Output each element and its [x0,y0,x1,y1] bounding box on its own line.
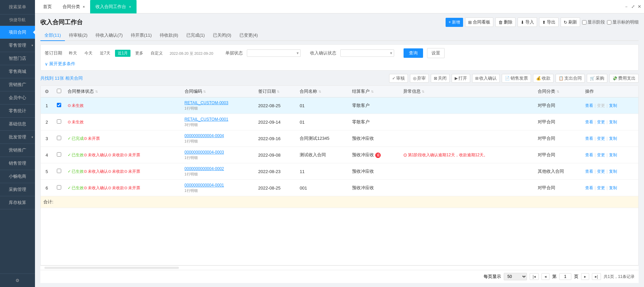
gear-icon[interactable]: ⚙ [45,89,49,94]
op-查看-1[interactable]: 查看 [585,119,593,125]
op-变更-2[interactable]: 变更 [597,136,605,141]
expand-more-btn[interactable]: ∨ 展开更多条件 [45,61,75,67]
show-labels-label[interactable]: 显示标的明细 [607,19,639,25]
sidebar-item-member[interactable]: 会员中心 [0,91,35,105]
sort-status-icon[interactable]: ⇅ [95,90,98,93]
op-复制-0[interactable]: 复制 [609,103,617,109]
date-last7[interactable]: 近7天 [97,50,113,57]
op-复制-2[interactable]: 复制 [609,136,617,141]
row-checkbox-2[interactable] [57,136,61,140]
op-查看-2[interactable]: 查看 [585,136,593,141]
sub-tab-changed[interactable]: 已变更(4) [235,30,262,40]
horizontal-scrollbar[interactable] [44,267,179,269]
maximize-icon[interactable]: ⤢ [631,4,635,9]
close-icon[interactable]: ✕ [638,4,641,9]
query-button[interactable]: 查询 [404,48,423,58]
date-last1month[interactable]: 近1月 [115,50,131,57]
row-checkbox-0[interactable] [57,103,61,107]
show-segments-checkbox[interactable] [582,20,586,25]
expense-contract-btn[interactable]: 📋 支出合同 [556,74,585,83]
op-复制-1[interactable]: 复制 [609,119,617,125]
review-btn[interactable]: ✓ 审核 [389,74,408,83]
tab-contract-cat-close[interactable]: × [83,0,85,13]
per-page-select[interactable]: 50 100 200 [504,273,527,280]
contract-code-link-4[interactable]: 0000000000004-0002 [185,166,224,171]
show-labels-checkbox[interactable] [607,20,611,25]
sort-error-icon[interactable]: ⇅ [422,90,424,93]
col-category[interactable]: 合同分类 ⇅ [535,86,582,97]
sort-code-icon[interactable]: ⇅ [203,90,206,93]
contract-code-link-3[interactable]: 0000000000004-0003 [185,150,224,155]
col-gear[interactable]: ⚙ [41,86,53,97]
refresh-button[interactable]: ↻ 刷新 [561,17,580,27]
sidebar-item-wholesale-mgmt[interactable]: 批发管理 [0,131,35,144]
abandon-btn[interactable]: ◎ 弃审 [410,74,429,83]
page-input[interactable] [559,273,571,280]
col-sign-date[interactable]: 签订日期 ⇅ [256,86,297,97]
col-status[interactable]: 合同整体状态 ⇅ [65,86,182,97]
sort-category-icon[interactable]: ⇅ [557,90,559,93]
op-变更-1[interactable]: 变更 [597,119,605,125]
sidebar-item-retail-stat[interactable]: 零售统计 [0,105,35,118]
sidebar-item-stock[interactable]: 库存核算 [0,196,35,209]
first-page-btn[interactable]: |◂ [530,273,539,280]
col-customer[interactable]: 结算客户 ⇅ [349,86,400,97]
op-复制-5[interactable]: 复制 [609,185,617,191]
tab-contract-cat[interactable]: 合同分类 × [57,0,90,13]
sidebar-item-smart-store[interactable]: 智慧门店 [0,52,35,65]
per-page-select-wrapper[interactable]: 50 100 200 [504,273,527,280]
sub-tab-pending-income[interactable]: 待收入确认(7) [91,30,127,40]
sidebar-search[interactable]: 搜索菜单 [0,0,35,14]
row-checkbox-5[interactable] [57,185,61,190]
col-code[interactable]: 合同编码 ⇅ [182,86,256,97]
print-btn[interactable]: ▶ 打开 [452,74,470,83]
import-button[interactable]: ⬇ 导入 [518,17,537,27]
add-button[interactable]: + 新增 [446,18,463,27]
kanban-button[interactable]: ⊞ 合同看板 [465,17,493,27]
sub-tab-all[interactable]: 全部(11) [40,30,65,41]
sort-date-icon[interactable]: ⇅ [277,90,279,93]
op-变更-4[interactable]: 变更 [597,169,605,174]
last-page-btn[interactable]: ▸| [592,273,601,280]
sort-name-icon[interactable]: ⇅ [318,90,321,93]
sidebar-item-retail-mall[interactable]: 零售商城 [0,65,35,78]
sub-tab-done[interactable]: 已完成(1) [182,30,209,40]
select-all-checkbox[interactable] [57,89,61,93]
close-btn[interactable]: ⊠ 关闭 [431,74,450,83]
tab-home[interactable]: 首页 [38,0,57,13]
contract-code-link-5[interactable]: 0000000000004-0001 [185,183,224,188]
sidebar-item-project[interactable]: 项目合同 [0,26,35,39]
sidebar-item-xiaochu[interactable]: 小畅电商 [0,170,35,183]
date-yesterday[interactable]: 昨天 [66,50,80,57]
contract-code-link-2[interactable]: 0000000000004-0004 [185,133,224,138]
date-custom[interactable]: 自定义 [148,50,165,57]
op-查看-4[interactable]: 查看 [585,169,593,174]
tab-income-workbench[interactable]: 收入合同工作台 × [90,0,136,13]
contract-code-link-1[interactable]: RETAIL_CUSTOM-0001 [185,117,228,122]
sidebar-item-sales-mgmt[interactable]: 销售管理 [0,157,35,170]
col-error-info[interactable]: 异常信息 ⇅ [401,86,535,97]
sidebar-settings[interactable]: ⚙ [0,274,35,287]
delete-button[interactable]: 🗑 删除 [495,17,516,27]
op-查看-5[interactable]: 查看 [585,185,593,191]
export-button[interactable]: ⬆ 导出 [539,17,559,27]
sidebar-item-purchase[interactable]: 采购管理 [0,183,35,196]
income-confirm-select[interactable] [340,49,394,57]
prev-page-btn[interactable]: ◂ [541,273,550,280]
col-name[interactable]: 合同名称 ⇅ [297,86,349,97]
expense-output-btn[interactable]: 💸 费用支出 [609,74,639,83]
purchase-btn[interactable]: 🛒 采购 [587,74,607,83]
op-变更-3[interactable]: 变更 [597,152,605,158]
contract-code-link-0[interactable]: RETAIL_CUSTOM-0003 [185,100,228,105]
sidebar-item-marketing[interactable]: 营销推广 [0,78,35,91]
sub-tab-pending-review[interactable]: 待审核(2) [65,30,91,40]
sub-tab-pending-invoice[interactable]: 待开票(11) [127,30,156,40]
op-复制-3[interactable]: 复制 [609,152,617,158]
income-confirm-btn[interactable]: ⊞ 收入确认 [472,74,500,83]
sort-customer-icon[interactable]: ⇅ [371,90,374,93]
row-checkbox-3[interactable] [57,152,61,157]
sidebar-item-marketing2[interactable]: 营销推广 [0,144,35,157]
doc-status-select-wrapper[interactable] [247,49,301,57]
row-checkbox-1[interactable] [57,119,61,124]
op-查看-3[interactable]: 查看 [585,152,593,158]
